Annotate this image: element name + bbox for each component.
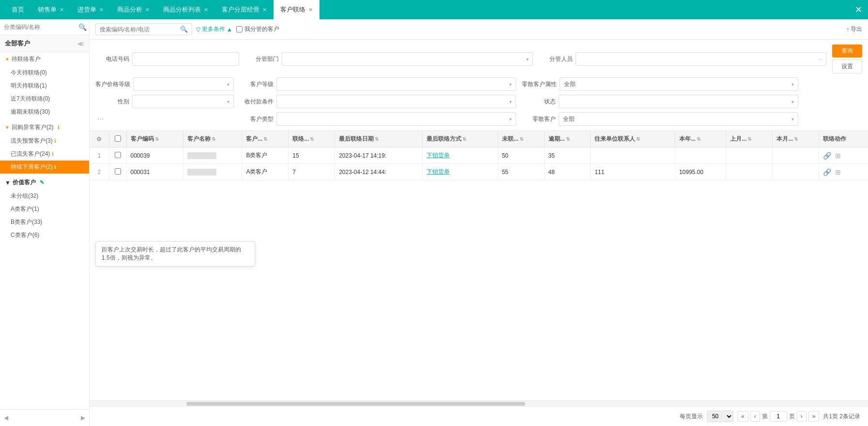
main-search-input[interactable]	[100, 26, 178, 33]
nav-item-goods-analysis-list[interactable]: 商品分析列表 ✕	[156, 0, 215, 19]
nav-item-goods-analysis[interactable]: 商品分析 ✕	[110, 0, 156, 19]
close-all-tabs-icon[interactable]: ✕	[855, 4, 862, 15]
sidebar-search-input[interactable]	[4, 24, 76, 30]
th-overdue[interactable]: 逾期...⇅	[544, 131, 591, 147]
th-contact-count[interactable]: 联络...⇅	[289, 131, 335, 147]
more-dots[interactable]: ···	[95, 115, 106, 123]
phone-label: 电话号码	[95, 55, 129, 63]
main-search-icon[interactable]: 🔍	[180, 26, 188, 33]
sidebar-item-overdue[interactable]: 逾期未联络(30)	[0, 105, 89, 118]
arrow-icon-2: ▼	[5, 125, 10, 130]
close-sales-icon[interactable]: ✕	[60, 7, 64, 13]
cell-action-1: 🔗 ⊞	[819, 147, 868, 164]
status-label: 状态	[522, 98, 556, 106]
horizontal-scrollbar[interactable]	[90, 400, 868, 406]
sidebar-item-today[interactable]: 今天待联络(0)	[0, 66, 89, 79]
nav-item-customer-contact[interactable]: 客户联络 ✕	[274, 0, 320, 19]
nav-item-home[interactable]: 首页	[5, 0, 31, 19]
th-code[interactable]: 客户编码⇅	[126, 131, 183, 147]
link-action-icon-2[interactable]: 🔗	[823, 168, 831, 176]
more-conditions-btn[interactable]: ▽ 更多条件 ▲	[196, 25, 232, 33]
sidebar-item-lost[interactable]: 已流失客户(24) ℹ	[0, 147, 89, 161]
sidebar-section-pending[interactable]: ▼ 待联络客户	[0, 52, 89, 66]
retail-customer-select[interactable]: 全部 ▾	[559, 112, 798, 126]
nav-item-customer-tier[interactable]: 客户分层经营 ✕	[215, 0, 274, 19]
filter-field-phone: 电话号码	[95, 52, 239, 66]
sidebar-item-declining[interactable]: 持续下滑客户(2) ℹ	[0, 161, 89, 174]
setting-button[interactable]: 设置	[832, 59, 862, 73]
sidebar-search-icon[interactable]: 🔍	[78, 23, 87, 31]
th-name[interactable]: 客户名称⇅	[183, 131, 242, 147]
query-button[interactable]: 查询	[832, 44, 862, 58]
th-last-month[interactable]: 上月...⇅	[726, 131, 773, 147]
th-this-month[interactable]: 本月...⇅	[773, 131, 819, 147]
close-purchase-icon[interactable]: ✕	[99, 7, 104, 13]
next-page-btn[interactable]: ›	[797, 411, 807, 422]
th-this-year[interactable]: 本年...⇅	[675, 131, 726, 147]
sidebar-item-b-class[interactable]: B类客户(33)	[0, 216, 89, 229]
sidebar-item-loss-warning[interactable]: 流失预警客户(3) ℹ	[0, 134, 89, 147]
person-select[interactable]: ···	[576, 52, 826, 66]
scrollbar-thumb[interactable]	[186, 402, 525, 406]
gender-select[interactable]: ▾	[132, 95, 234, 108]
prev-page-btn[interactable]: ‹	[750, 411, 760, 422]
last-page-btn[interactable]: »	[808, 411, 820, 422]
sort-last-method-icon: ⇅	[462, 136, 466, 142]
sort-code-icon: ⇅	[155, 136, 159, 142]
th-checkbox	[109, 131, 126, 147]
th-level[interactable]: 客户...⇅	[242, 131, 289, 147]
close-goods-analysis-list-icon[interactable]: ✕	[204, 7, 208, 13]
nav-item-sales[interactable]: 销售单 ✕	[31, 0, 71, 19]
payment-label: 收付款条件	[240, 98, 274, 106]
payment-select[interactable]: ▾	[276, 95, 516, 108]
th-unit-contact[interactable]: 往来单位联系人⇅	[591, 131, 675, 147]
sidebar-collapse-icon[interactable]: ≪	[77, 40, 84, 47]
sidebar-scroll-right-icon[interactable]: ▶	[81, 414, 85, 421]
row-checkbox-2[interactable]	[115, 168, 121, 175]
customer-type-select[interactable]: ▾	[276, 112, 516, 126]
first-page-btn[interactable]: «	[737, 411, 748, 422]
sidebar-item-c-class[interactable]: C类客户(6)	[0, 229, 89, 242]
price-level-chevron-icon: ▾	[227, 82, 229, 87]
grid-action-icon-1[interactable]: ⊞	[835, 152, 841, 160]
select-all-checkbox[interactable]	[115, 135, 121, 142]
filter-field-person: 分管人员 ···	[539, 52, 826, 66]
price-level-select[interactable]: ▾	[133, 77, 234, 91]
retail-attr-select[interactable]: 全部 ▾	[560, 77, 798, 91]
dept-select[interactable]: ▾	[282, 52, 533, 66]
cell-method-2[interactable]: 下销货单	[423, 164, 498, 180]
status-select[interactable]: ▾	[559, 95, 798, 108]
th-last-date[interactable]: 最后联络日期⇅	[335, 131, 423, 147]
row-checkbox-1[interactable]	[115, 152, 121, 158]
sidebar-item-a-class[interactable]: A类客户(1)	[0, 203, 89, 216]
sort-level-icon: ⇅	[263, 136, 267, 142]
per-page-select[interactable]: 50 100 200	[707, 411, 733, 422]
cell-contact-1: 15	[289, 147, 335, 164]
my-customer-checkbox[interactable]	[236, 26, 243, 32]
th-settings[interactable]: ⚙	[90, 131, 109, 147]
export-btn[interactable]: ↑ 导出	[846, 25, 862, 33]
sidebar-item-7days[interactable]: 近7天待联络(0)	[0, 92, 89, 105]
sort-unit-icon: ⇅	[636, 136, 640, 142]
phone-input[interactable]	[132, 52, 239, 66]
close-customer-tier-icon[interactable]: ✕	[262, 7, 267, 13]
link-action-icon-1[interactable]: 🔗	[823, 152, 831, 160]
customer-level-select[interactable]: ▾	[276, 77, 516, 91]
sidebar-group-value[interactable]: ▼ 价值客户 ✎	[0, 176, 89, 190]
cell-lm-2	[726, 164, 773, 180]
my-customer-checkbox-label[interactable]: 我分管的客户	[236, 25, 279, 33]
th-uncontacted[interactable]: 未联...⇅	[498, 131, 544, 147]
nav-item-purchase[interactable]: 进货单 ✕	[71, 0, 110, 19]
sidebar-item-ungroup[interactable]: 未分组(32)	[0, 190, 89, 203]
grid-action-icon-2[interactable]: ⊞	[835, 168, 841, 176]
sidebar-scroll-left-icon[interactable]: ◀	[4, 414, 8, 421]
sidebar-section-abnormal[interactable]: ▼ 回购异常客户(2) ℹ	[0, 120, 89, 134]
cell-method-1[interactable]: 下销货单	[423, 147, 498, 164]
close-goods-analysis-icon[interactable]: ✕	[145, 7, 150, 13]
filter-field-dept: 分管部门 ▾	[245, 52, 533, 66]
page-number-input[interactable]	[770, 411, 787, 422]
close-customer-contact-icon[interactable]: ✕	[308, 7, 313, 13]
sidebar-item-tomorrow[interactable]: 明天待联络(1)	[0, 79, 89, 92]
person-label: 分管人员	[539, 55, 573, 63]
th-last-method[interactable]: 最后联络方式⇅	[423, 131, 498, 147]
